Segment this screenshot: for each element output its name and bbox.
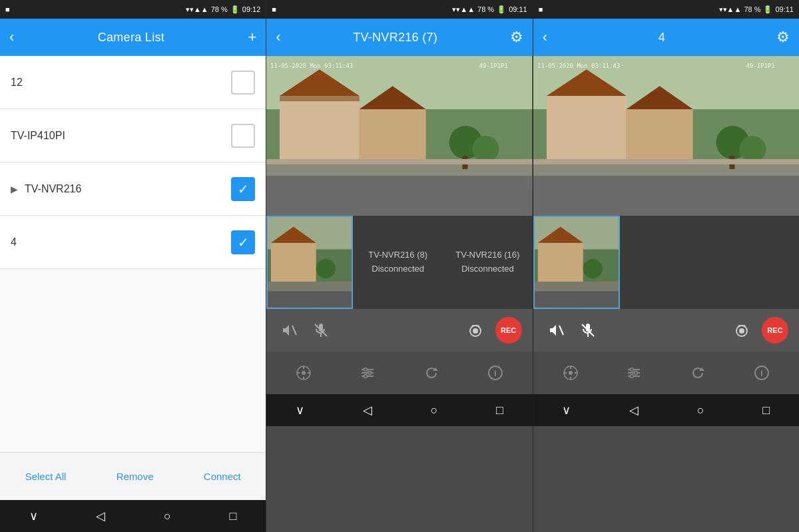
camera-item-tvnvr216[interactable]: ▶ TV-NVR216 ✓ [0,162,266,216]
svg-line-64 [559,326,563,335]
camera-list: 12 TV-IP410PI ▶ TV-NVR216 ✓ 4 [0,56,266,452]
battery-icon: 🔋 [230,5,240,14]
camera-checkbox-4[interactable]: ✓ [231,230,255,254]
disconnected-text-1: TV-NVR216 (8)Disconnected [368,248,427,276]
ptz-button-1[interactable] [289,358,318,388]
svg-text:i: i [494,368,497,378]
svg-text:49-IP1P1: 49-IP1P1 [479,63,508,69]
settings-icon-2[interactable] [619,358,649,388]
thumbnail-row-2 [533,216,799,309]
camera-list-panel: ■ ▾▾▲▲ 78 % 🔋 09:12 ‹ Camera List + 12 T… [0,0,266,532]
nav-bar-1: ∨ ◁ ○ □ [0,500,266,532]
nav-home-3[interactable]: ○ [697,403,704,417]
nav-bar-3: ∨ ◁ ○ □ [533,394,799,426]
video-thumb-1[interactable] [266,216,353,309]
bottom-toolbar-1: i [266,352,532,394]
app-icon: ■ [5,5,10,13]
svg-text:11-05-2020  Mon 03:11:43: 11-05-2020 Mon 03:11:43 [537,63,620,69]
svg-point-38 [368,372,372,375]
video-scene-2: 11-05-2020 Mon 03:11:43 49-IP1P1 [533,56,799,216]
snapshot-button-1[interactable] [463,318,487,342]
main-video-1[interactable]: 11-05-2020 Mon 03:11:43 49-IP1P1 [266,56,532,216]
svg-text:i: i [760,368,763,378]
svg-text:11-05-2020  Mon 03:11:43: 11-05-2020 Mon 03:11:43 [270,63,353,69]
camera-item-4[interactable]: 4 ✓ [0,216,266,269]
svg-point-52 [739,136,766,162]
camera-checkbox-tvnvr216[interactable]: ✓ [231,177,255,201]
svg-point-71 [569,371,573,375]
battery-icon-2: 🔋 [497,5,506,14]
battery-level-2: 78 % [477,5,494,13]
svg-rect-2 [280,96,360,162]
camera-checkbox-tvip410pi[interactable] [231,124,255,148]
camera-checkbox-12[interactable] [231,71,255,95]
back-button-3[interactable]: ‹ [543,29,547,46]
record-button-2[interactable]: REC [762,317,788,344]
back-button[interactable]: ‹ [9,29,14,46]
camera-name: TV-IP410PI [11,130,65,142]
nav-back-2[interactable]: ◁ [363,403,372,417]
info-button-2[interactable]: i [747,358,776,388]
camera-name: 4 [11,236,17,248]
camera-item-tvip410pi[interactable]: TV-IP410PI [0,109,266,162]
nav-home-2[interactable]: ○ [430,403,437,417]
remove-button[interactable]: Remove [106,465,164,487]
record-button-1[interactable]: REC [495,317,522,344]
camera-view-title-1: TV-NVR216 (7) [353,31,437,45]
refresh-button-2[interactable] [683,358,712,388]
video-scene-1: 11-05-2020 Mon 03:11:43 49-IP1P1 [266,56,532,216]
svg-point-63 [583,259,602,278]
page-title: Camera List [98,31,164,45]
app-header-1: ‹ Camera List + [0,19,266,56]
settings-button-2[interactable]: ⚙ [776,29,790,46]
expand-arrow-icon[interactable]: ▶ [11,184,18,194]
nav-home[interactable]: ○ [164,509,171,523]
nav-recent-2[interactable]: □ [496,403,503,417]
svg-rect-45 [547,96,627,162]
svg-rect-12 [266,159,532,164]
svg-rect-59 [538,243,583,285]
battery-level-3: 78 % [744,5,760,13]
main-video-2[interactable]: 11-05-2020 Mon 03:11:43 49-IP1P1 [533,56,799,216]
nav-bar-2: ∨ ◁ ○ □ [266,394,532,426]
settings-icon-1[interactable] [353,358,382,388]
mute-audio-button-1[interactable] [277,318,301,342]
svg-point-29 [302,371,306,375]
settings-button-1[interactable]: ⚙ [510,29,523,46]
svg-line-22 [292,326,296,335]
app-header-2: ‹ TV-NVR216 (7) ⚙ [266,19,532,56]
signal-icon-2: ▾▾▲▲ [452,5,475,14]
ptz-button-2[interactable] [556,358,585,388]
svg-rect-62 [535,291,619,307]
svg-rect-50 [533,176,799,216]
nav-chevron-3: ∨ [562,403,571,417]
select-all-button[interactable]: Select All [15,465,77,487]
back-button-2[interactable]: ‹ [276,29,280,46]
connect-button[interactable]: Connect [193,465,252,487]
add-camera-button[interactable]: + [248,29,256,46]
controls-bar-2: REC [533,309,799,352]
nav-recent-3[interactable]: □ [762,403,770,417]
refresh-button-1[interactable] [417,358,446,388]
rec-label-2: REC [767,326,782,334]
info-button-1[interactable]: i [481,358,510,388]
nav-recent[interactable]: □ [230,509,237,523]
disconnected-text-2: TV-NVR216 (16)Disconnected [455,248,519,276]
nav-back[interactable]: ◁ [96,509,105,523]
svg-rect-4 [360,109,426,162]
snapshot-button-2[interactable] [730,318,754,342]
thumb-scene-2 [535,217,619,308]
app-header-3: ‹ 4 ⚙ [533,19,799,56]
disconnected-2: TV-NVR216 (16)Disconnected [443,216,533,309]
nav-back-3[interactable]: ◁ [629,403,639,417]
signal-icon-3: ▾▾▲▲ [719,5,742,14]
status-bar-1: ■ ▾▾▲▲ 78 % 🔋 09:12 [0,0,266,19]
camera-item-12[interactable]: 12 [0,56,266,109]
time-display-2: 09:11 [509,5,527,13]
mute-mic-button-1[interactable] [309,318,333,342]
status-bar-2: ■ ▾▾▲▲ 78 % 🔋 09:11 [266,0,532,19]
mute-mic-button-2[interactable] [576,318,600,342]
rec-label: REC [501,326,516,334]
mute-audio-button-2[interactable] [544,318,568,342]
video-thumb-2[interactable] [533,216,620,309]
